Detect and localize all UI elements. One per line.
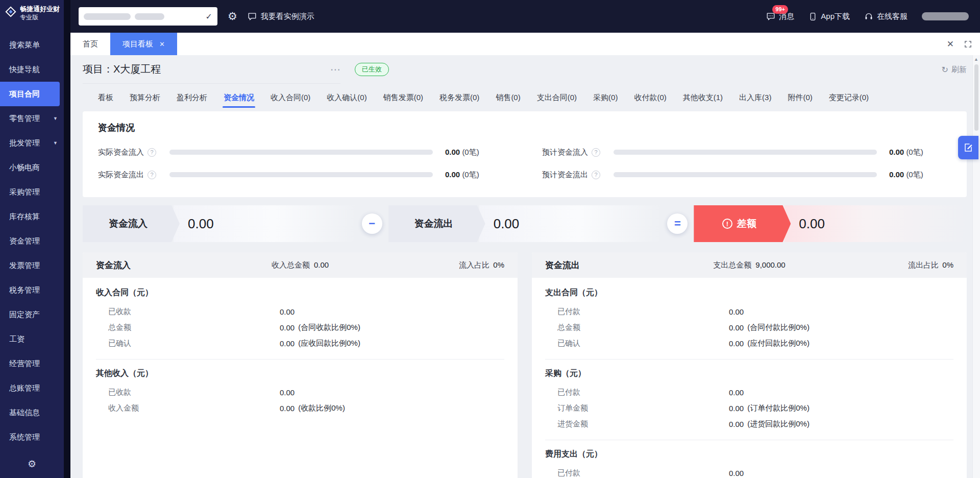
row-note: (合同付款比例0%): [747, 323, 810, 332]
detail-row: 已收款 0.00: [96, 385, 504, 400]
sidebar-item-operations[interactable]: 经营管理: [0, 351, 64, 376]
row-value: 0.00: [729, 420, 744, 428]
sidebar-item-invoice[interactable]: 发票管理: [0, 253, 64, 278]
quick-note-tool-button[interactable]: [958, 136, 978, 159]
sidebar-item-inventory[interactable]: 库存核算: [0, 204, 64, 229]
vertical-scrollbar[interactable]: ▲: [972, 55, 980, 478]
sidebar-item-payroll[interactable]: 工资: [0, 327, 64, 351]
row-value: 0.00: [280, 339, 295, 348]
window-tab-home[interactable]: 首页: [70, 33, 110, 55]
more-options-icon[interactable]: ⋯: [330, 63, 340, 76]
sidebar-item-label: 基础信息: [9, 408, 40, 418]
tab-payments[interactable]: 收付款(0): [626, 84, 674, 111]
summary-label-text: 差额: [737, 217, 756, 230]
speech-bubble-icon: [248, 12, 257, 21]
fullscreen-icon[interactable]: [964, 40, 972, 48]
help-icon[interactable]: ?: [592, 148, 600, 157]
equals-icon: =: [667, 213, 688, 234]
tab-attachments[interactable]: 附件(0): [779, 84, 820, 111]
sidebar-item-project-contract[interactable]: 项目合同: [0, 82, 60, 106]
card-total-label: 支出总金额: [713, 260, 751, 269]
online-support-button[interactable]: 在线客服: [864, 12, 908, 21]
sidebar-item-ecommerce[interactable]: 小畅电商: [0, 155, 64, 180]
fund-row-count: (0笔): [906, 148, 923, 156]
refresh-button[interactable]: ↻ 刷新: [942, 65, 967, 75]
messages-count-badge: 99+: [772, 5, 788, 14]
brand-logo-icon: [5, 6, 17, 18]
tab-other-income-expense[interactable]: 其他收支(1): [675, 84, 731, 111]
sidebar-item-tax[interactable]: 税务管理: [0, 278, 64, 302]
close-tab-icon[interactable]: ✕: [159, 40, 165, 48]
row-value: 0.00: [280, 388, 295, 397]
user-account-menu[interactable]: [922, 12, 969, 20]
row-note: (收款比例0%): [298, 403, 345, 413]
sidebar-item-retail[interactable]: 零售管理▼: [0, 106, 64, 131]
help-icon[interactable]: ?: [148, 171, 156, 179]
fund-row-label: 实际资金流出: [98, 170, 144, 180]
sidebar-item-base-info[interactable]: 基础信息: [0, 400, 64, 425]
scroll-up-icon[interactable]: ▲: [974, 57, 978, 62]
tab-tax-invoice[interactable]: 税务发票(0): [431, 84, 487, 111]
fund-row-value: 0.00: [889, 170, 904, 179]
project-selector[interactable]: 项目：X大厦工程 ⋯: [83, 55, 340, 84]
sidebar-item-fixed-assets[interactable]: 固定资产: [0, 302, 64, 327]
settings-gear-icon[interactable]: ⚙: [28, 458, 36, 470]
detail-row: 订单金额 0.00 (订单付款比例0%): [545, 400, 953, 416]
gear-icon[interactable]: ⚙: [228, 10, 237, 22]
row-label: 已收款: [96, 388, 280, 397]
detail-row: 总金额 0.00 (合同付款比例0%): [545, 320, 953, 336]
row-note: (合同收款比例0%): [298, 323, 360, 332]
tab-purchase[interactable]: 采购(0): [585, 84, 626, 111]
section-income-contract: 收入合同（元） 已收款 0.00 总金额 0.00 (合同收款比例0%): [96, 279, 504, 360]
messages-button[interactable]: 99+ 消息: [766, 12, 794, 21]
tab-inbound-outbound[interactable]: 出入库(3): [731, 84, 779, 111]
page-header: 项目：X大厦工程 ⋯ 已生效 ↻ 刷新: [83, 55, 967, 84]
row-note: (订单付款比例0%): [747, 403, 810, 413]
scrollbar-thumb[interactable]: [974, 64, 978, 131]
tab-sales[interactable]: 销售(0): [487, 84, 528, 111]
app-download-button[interactable]: App下载: [808, 12, 850, 21]
tab-income-confirm[interactable]: 收入确认(0): [318, 84, 375, 111]
sidebar-item-funds[interactable]: 资金管理: [0, 229, 64, 253]
sidebar-item-wholesale[interactable]: 批发管理▼: [0, 131, 64, 155]
section-heading: 收入合同（元）: [96, 288, 504, 298]
page-content: 项目：X大厦工程 ⋯ 已生效 ↻ 刷新 看板 预算分析 盈利分析 资金情况 收入…: [70, 55, 980, 478]
tab-board[interactable]: 看板: [90, 84, 121, 111]
fund-row-count: (0笔): [906, 170, 923, 179]
window-tab-project-board[interactable]: 项目看板 ✕: [110, 33, 177, 55]
demo-link[interactable]: 我要看实例演示: [248, 12, 314, 21]
row-label: 已付款: [545, 388, 729, 397]
tab-income-contract[interactable]: 收入合同(0): [262, 84, 318, 111]
tab-budget-analysis[interactable]: 预算分析: [121, 84, 168, 111]
help-icon[interactable]: ?: [592, 171, 600, 179]
summary-label-text: 资金流入: [109, 217, 148, 230]
inflow-card-header: 资金流入 收入总金额0.00 流入占比0%: [83, 252, 518, 278]
progress-bar: [614, 150, 877, 155]
tab-funds-status[interactable]: 资金情况: [215, 84, 262, 111]
row-label: 总金额: [96, 323, 280, 332]
help-icon[interactable]: ?: [148, 148, 156, 157]
row-value: 0.00: [729, 469, 744, 477]
check-icon[interactable]: ✓: [206, 12, 212, 21]
inflow-detail-card: 资金流入 收入总金额0.00 流入占比0% 收入合同（元） 已收款 0.00 总…: [83, 252, 518, 478]
sidebar-item-label: 零售管理: [9, 114, 40, 124]
row-value: 0.00: [280, 404, 295, 413]
tab-expense-contract[interactable]: 支出合同(0): [529, 84, 585, 111]
row-value: 0.00: [280, 307, 295, 316]
refresh-icon: ↻: [942, 65, 948, 75]
tab-sales-invoice[interactable]: 销售发票(0): [375, 84, 431, 111]
tab-change-log[interactable]: 变更记录(0): [821, 84, 877, 111]
sidebar-item-label: 总账管理: [9, 384, 40, 393]
tab-profit-analysis[interactable]: 盈利分析: [168, 84, 215, 111]
sidebar-item-quick-nav[interactable]: 快捷导航: [0, 57, 64, 82]
sidebar-item-system[interactable]: 系统管理: [0, 425, 64, 449]
account-search-input[interactable]: ✓: [79, 7, 217, 26]
progress-bar: [169, 150, 433, 155]
detail-row: 已确认 0.00 (应付回款比例0%): [545, 336, 953, 351]
close-all-icon[interactable]: ✕: [947, 39, 954, 50]
sidebar-item-purchasing[interactable]: 采购管理: [0, 180, 64, 204]
sidebar-item-search-menu[interactable]: 搜索菜单: [0, 33, 64, 57]
fund-row-expected-inflow: 预计资金流入? 0.00 (0笔): [542, 141, 949, 163]
difference-summary-label: ! 差额: [694, 205, 791, 242]
sidebar-item-general-ledger[interactable]: 总账管理: [0, 376, 64, 400]
